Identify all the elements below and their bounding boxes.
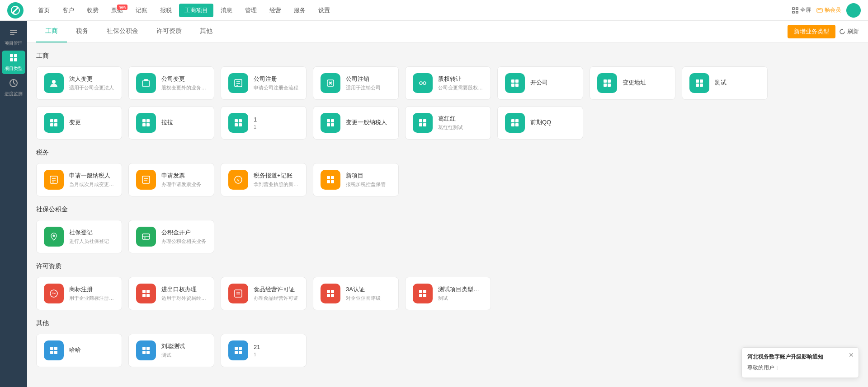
card-equity-transfer[interactable]: 股权转让 公司变更需要股权转让 — [405, 66, 491, 100]
card-new-project[interactable]: 新项目 报税加税控盘保管 — [313, 163, 399, 196]
card-text-company-change: 公司变更 股权变更外的业务变更 — [161, 75, 207, 91]
card-title-new-project: 新项目 — [346, 172, 391, 180]
card-3a-cert[interactable]: 3A认证 对企业信誉评级 — [313, 277, 399, 310]
card-desc-3a-cert: 对企业信誉评级 — [346, 295, 391, 302]
card-company-change[interactable]: 公司变更 股权变更外的业务变更 — [128, 66, 214, 100]
card-company-cancel[interactable]: 公司注销 适用于注销公司 — [313, 66, 399, 100]
tab-license[interactable]: 许可资质 — [147, 21, 191, 42]
tab-other[interactable]: 其他 — [191, 21, 222, 42]
card-apply-invoice[interactable]: 申请发票 办理申请发票业务 — [128, 163, 214, 196]
card-title-apply-invoice: 申请发票 — [161, 172, 207, 180]
svg-rect-72 — [327, 180, 330, 183]
nav-invoice[interactable]: 票据 new — [106, 4, 128, 17]
card-tax-bookkeeping[interactable]: ¥ 税务报道+记账 拿到营业执照的新公司 — [221, 163, 307, 196]
card-21[interactable]: 21 1 — [221, 334, 307, 367]
card-trademark[interactable]: ™ 商标注册 用于企业商标注册服务 — [36, 277, 122, 310]
svg-rect-2 — [793, 11, 794, 13]
svg-rect-93 — [419, 294, 422, 297]
sidebar-item-project-manage-label: 项目管理 — [5, 41, 23, 46]
card-icon-social-register — [44, 227, 64, 247]
card-social-register[interactable]: 社保登记 进行人员社保登记 — [36, 220, 122, 253]
card-open-company[interactable]: 开公司 — [497, 66, 583, 100]
fullscreen-button[interactable]: 全屏 — [792, 6, 811, 14]
svg-rect-42 — [146, 119, 150, 122]
nav-home[interactable]: 首页 — [33, 4, 55, 17]
sidebar-item-project-manage[interactable]: 项目管理 — [2, 25, 25, 49]
card-lala[interactable]: 拉拉 — [128, 106, 214, 140]
nav-billing[interactable]: 收费 — [81, 4, 104, 17]
card-icon-gehonghong — [413, 113, 433, 133]
svg-text:™: ™ — [52, 292, 56, 296]
tab-social-security[interactable]: 社保公积金 — [98, 21, 147, 42]
svg-rect-29 — [604, 79, 607, 83]
nav-operation[interactable]: 经营 — [264, 4, 287, 17]
card-desc-new-project: 报税加税控盘保管 — [346, 181, 391, 188]
card-fund-account[interactable]: 公积金开户 办理公积金相关业务 — [128, 220, 214, 253]
notification-body: 尊敬的用户： — [747, 364, 853, 372]
nav-message[interactable]: 消息 — [215, 4, 238, 17]
card-liucong-test[interactable]: 刘聪测试 测试 — [128, 334, 214, 367]
user-avatar[interactable] — [846, 3, 861, 18]
card-change-taxpayer[interactable]: 变更一般纳税人 — [313, 106, 399, 140]
vip-button[interactable]: 畅会员 — [816, 6, 841, 14]
svg-point-24 — [423, 82, 426, 84]
nav-tax[interactable]: 报税 — [155, 4, 177, 17]
svg-rect-105 — [235, 351, 238, 354]
card-test[interactable]: 测试 — [682, 66, 768, 100]
card-title-change: 变更 — [69, 118, 114, 126]
tab-business[interactable]: 工商 — [36, 21, 67, 42]
card-food-license[interactable]: 食品经营许可证 办理食品经营许可证 — [221, 277, 307, 310]
section-title-license: 许可资质 — [36, 262, 859, 270]
nav-bookkeeping[interactable]: 记账 — [130, 4, 153, 17]
card-gehonghong[interactable]: 葛红红 葛红红测试 — [405, 106, 491, 140]
add-type-button[interactable]: 新增业务类型 — [788, 25, 835, 38]
tab-tax[interactable]: 税务 — [67, 21, 98, 42]
nav-manage[interactable]: 管理 — [240, 4, 262, 17]
card-title-social-register: 社保登记 — [69, 228, 114, 237]
notification-close-button[interactable]: ✕ — [849, 351, 854, 359]
card-text-company-cancel: 公司注销 适用于注销公司 — [346, 75, 391, 91]
card-title-1: 1 — [254, 116, 299, 123]
sidebar-item-progress[interactable]: 进度监测 — [2, 76, 25, 99]
card-import-export[interactable]: 进出口权办理 适用于对外贸易经营者 — [128, 277, 214, 310]
nav-business[interactable]: 工商项目 — [179, 4, 213, 17]
svg-rect-88 — [331, 290, 334, 293]
card-test-type[interactable]: 测试项目类型自定义 测试 — [405, 277, 491, 310]
card-desc-apply-taxpayer: 当月或次月成变更完成 — [69, 181, 114, 188]
card-apply-taxpayer[interactable]: 申请一般纳税人 当月或次月成变更完成 — [36, 163, 122, 196]
cards-grid-tax: 申请一般纳税人 当月或次月成变更完成 申请发票 办理申请发票业务 ¥ 税务报道 — [36, 163, 859, 196]
card-haha[interactable]: 哈哈 — [36, 334, 122, 367]
card-title-company-cancel: 公司注销 — [346, 75, 391, 83]
card-change-address[interactable]: 变更地址 — [590, 66, 675, 100]
card-title-change-taxpayer: 变更一般纳税人 — [346, 118, 391, 126]
card-icon-change — [44, 113, 64, 133]
svg-rect-87 — [327, 290, 330, 293]
card-qianqi-qq[interactable]: 前期QQ — [497, 106, 583, 140]
card-company-register[interactable]: 公司注册 申请公司注册全流程 — [221, 66, 307, 100]
card-change[interactable]: 变更 — [36, 106, 122, 140]
svg-rect-27 — [511, 84, 514, 87]
card-title-haha: 哈哈 — [69, 346, 114, 354]
card-desc-legal-change: 适用于公司变更法人 — [69, 84, 114, 91]
card-title-food-license: 食品经营许可证 — [254, 285, 299, 294]
section-title-other: 其他 — [36, 319, 859, 327]
svg-rect-90 — [331, 294, 334, 297]
card-text-lala: 拉拉 — [161, 118, 207, 128]
top-navigation: 首页 客户 收费 票据 new 记账 报税 工商项目 消息 管理 经营 服务 设… — [0, 0, 868, 21]
card-text-trademark: 商标注册 用于企业商标注册服务 — [69, 285, 114, 302]
card-icon-test — [689, 73, 709, 93]
nav-customer[interactable]: 客户 — [57, 4, 80, 17]
card-1[interactable]: 1 1 — [221, 106, 307, 140]
card-title-qianqi-qq: 前期QQ — [530, 118, 576, 126]
refresh-button[interactable]: 刷新 — [839, 28, 859, 36]
card-text-test: 测试 — [715, 79, 760, 88]
nav-settings[interactable]: 设置 — [313, 4, 335, 17]
nav-service[interactable]: 服务 — [288, 4, 311, 17]
card-text-change-taxpayer: 变更一般纳税人 — [346, 118, 391, 128]
card-legal-change[interactable]: 法人变更 适用于公司变更法人 — [36, 66, 122, 100]
sidebar-item-progress-label: 进度监测 — [5, 91, 23, 97]
sidebar-item-project-type[interactable]: 项目类型 — [2, 51, 25, 74]
svg-rect-1 — [796, 8, 798, 9]
tab-actions: 新增业务类型 刷新 — [788, 25, 859, 38]
svg-rect-102 — [146, 351, 150, 354]
